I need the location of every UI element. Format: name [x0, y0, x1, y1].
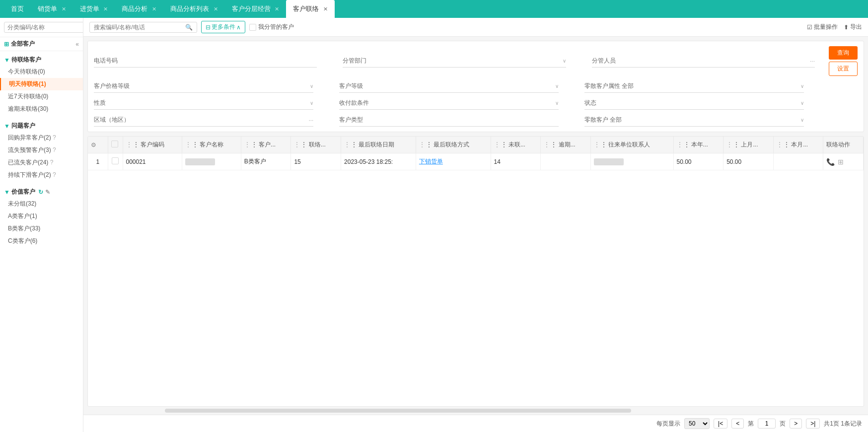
- value-edit-icon[interactable]: ✎: [45, 189, 50, 196]
- sidebar-item-ungrouped[interactable]: 未分组(32): [0, 198, 83, 210]
- reset-btn[interactable]: 设置: [829, 62, 858, 76]
- th-overdue[interactable]: ⋮ 逾期...: [541, 137, 591, 153]
- my-customer-check[interactable]: [249, 24, 256, 31]
- sidebar-item-declining[interactable]: 持续下滑客户(2) ?: [0, 169, 83, 181]
- nav-customer-tier-close[interactable]: ✕: [275, 6, 279, 12]
- filter-region-input[interactable]: [134, 117, 308, 124]
- filter-retail-arrow[interactable]: ∨: [800, 117, 804, 123]
- sidebar-item-today[interactable]: 今天待联络(0): [0, 66, 83, 78]
- filter-price-level-arrow[interactable]: ∨: [310, 83, 313, 89]
- filter-customer-type-input[interactable]: [373, 117, 559, 124]
- next-page-btn[interactable]: >: [790, 419, 802, 429]
- filter-payment-input[interactable]: [373, 100, 555, 107]
- nav-analysis-close[interactable]: ✕: [152, 6, 156, 12]
- horizontal-scrollbar[interactable]: [165, 409, 631, 413]
- th-uncontacted[interactable]: ⋮ 未联...: [491, 137, 541, 153]
- sidebar-item-class-a[interactable]: A类客户(1): [0, 210, 83, 222]
- sidebar-item-7days[interactable]: 近7天待联络(0): [0, 90, 83, 103]
- batch-op-btn[interactable]: ☑ 批量操作: [807, 23, 838, 31]
- filter-customer-level-input[interactable]: [373, 83, 555, 90]
- filter-phone-label: 电话号码: [94, 57, 124, 65]
- td-last-method[interactable]: 下销货单: [416, 153, 491, 170]
- filter-dept-input[interactable]: [376, 58, 562, 65]
- row-checkbox[interactable]: [112, 157, 119, 164]
- filter-row-1: 电话号码 分管部门 ∨ 分管人员 ··· 查询 设置: [94, 46, 858, 76]
- filter-status-input[interactable]: [618, 100, 800, 107]
- filter-customer-level-arrow[interactable]: ∨: [555, 83, 559, 89]
- group-problem-label: 问题客户: [11, 122, 35, 130]
- page-number-input[interactable]: [758, 419, 776, 429]
- header-checkbox[interactable]: [111, 141, 118, 147]
- sidebar-all-label: 全部客户: [11, 40, 35, 48]
- sidebar-group-pending-title[interactable]: ▼ 待联络客户: [0, 53, 83, 66]
- th-type[interactable]: ⋮ 客户...: [241, 137, 291, 153]
- action-phone-icon[interactable]: 📞: [826, 158, 835, 166]
- th-this-year[interactable]: ⋮ 本年...: [673, 137, 723, 153]
- sidebar-item-tomorrow[interactable]: 明天待联络(1): [0, 78, 83, 90]
- filter-region-dots[interactable]: ···: [308, 117, 313, 124]
- nav-customer-contact-close[interactable]: ✕: [323, 6, 328, 12]
- th-this-month[interactable]: ⋮ 本月...: [773, 137, 823, 153]
- filter-price-level-input[interactable]: [134, 83, 310, 90]
- filter-dept-arrow[interactable]: ∨: [563, 58, 566, 64]
- nav-sales-close[interactable]: ✕: [62, 6, 66, 12]
- nav-analysis-list-close[interactable]: ✕: [214, 6, 218, 12]
- nav-purchase[interactable]: 进货单 ✕: [73, 0, 115, 18]
- filter-retail-attr-arrow[interactable]: ∨: [800, 83, 804, 89]
- gear-icon[interactable]: ⚙: [91, 142, 96, 148]
- th-last-method[interactable]: ⋮ 最后联络方式: [416, 137, 491, 153]
- th-contact-count[interactable]: ⋮ 联络...: [291, 137, 341, 153]
- last-page-btn[interactable]: >|: [806, 419, 820, 429]
- sidebar-item-overdue[interactable]: 逾期未联络(30): [0, 103, 83, 115]
- nav-purchase-close[interactable]: ✕: [103, 6, 108, 12]
- th-code[interactable]: ⋮ 客户编码: [123, 137, 182, 153]
- sidebar-item-abnormal-repurchase[interactable]: 回购异常客户(2) ?: [0, 132, 83, 144]
- filter-nature-input[interactable]: [128, 100, 310, 107]
- filter-status-arrow[interactable]: ∨: [800, 100, 804, 106]
- sidebar-collapse-icon[interactable]: «: [75, 41, 79, 48]
- action-grid-icon[interactable]: ⊞: [838, 158, 844, 166]
- th-settings[interactable]: ⚙: [88, 137, 108, 153]
- sidebar-item-churn-warning[interactable]: 流失预警客户(3) ?: [0, 144, 83, 156]
- sidebar-item-class-b[interactable]: B类客户(33): [0, 222, 83, 235]
- contact-person-blurred: [594, 158, 624, 165]
- filter-payment-arrow[interactable]: ∨: [555, 100, 559, 106]
- filter-person-input[interactable]: [626, 58, 810, 65]
- filter-retail-input[interactable]: [626, 117, 800, 124]
- filter-person-dots[interactable]: ···: [810, 58, 815, 65]
- filter-phone-input[interactable]: [128, 58, 317, 65]
- filter-retail-attr-input[interactable]: [638, 83, 800, 90]
- sidebar-item-class-c[interactable]: C类客户(6): [0, 235, 83, 247]
- nav-customer-tier[interactable]: 客户分层经营 ✕: [225, 0, 287, 18]
- th-checkbox[interactable]: [108, 137, 123, 153]
- nav-home[interactable]: 首页: [4, 0, 31, 18]
- th-last-date[interactable]: ⋮ 最后联络日期: [341, 137, 416, 153]
- nav-analysis[interactable]: 商品分析 ✕: [115, 0, 163, 18]
- page-size-select[interactable]: 50 100 200: [684, 418, 710, 429]
- last-method-link[interactable]: 下销货单: [419, 158, 443, 165]
- my-customer-checkbox[interactable]: 我分管的客户: [249, 23, 294, 31]
- toolbar-right: ☑ 批量操作 ⬆ 导出: [807, 23, 862, 31]
- more-filter-btn[interactable]: ⊟ 更多条件 ∧: [201, 21, 245, 33]
- value-refresh-icon[interactable]: ↻: [38, 189, 43, 196]
- prev-page-btn[interactable]: <: [731, 419, 744, 429]
- sidebar-group-problem-title[interactable]: ▼ 问题客户: [0, 119, 83, 132]
- th-contact-person[interactable]: ⋮ 往来单位联系人: [590, 137, 673, 153]
- search-icon[interactable]: 🔍: [185, 24, 193, 31]
- filter-nature-arrow[interactable]: ∨: [310, 100, 313, 106]
- td-checkbox[interactable]: [108, 153, 123, 170]
- query-btn[interactable]: 查询: [829, 46, 858, 60]
- th-name[interactable]: ⋮ 客户名称: [182, 137, 241, 153]
- nav-customer-contact[interactable]: 客户联络 ✕: [286, 0, 335, 18]
- nav-sales[interactable]: 销货单 ✕: [31, 0, 73, 18]
- nav-analysis-list[interactable]: 商品分析列表 ✕: [163, 0, 225, 18]
- sidebar-group-value-title[interactable]: ▼ 价值客户 ↻ ✎: [0, 185, 83, 198]
- search-input[interactable]: [94, 24, 183, 31]
- td-code: 000021: [123, 153, 182, 170]
- sidebar-all-customers[interactable]: ⊞ 全部客户 «: [0, 37, 83, 51]
- sidebar-item-churned[interactable]: 已流失客户(24) ?: [0, 156, 83, 169]
- first-page-btn[interactable]: |<: [714, 419, 727, 429]
- export-btn[interactable]: ⬆ 导出: [844, 23, 862, 31]
- sidebar-search-input[interactable]: [4, 22, 83, 33]
- th-last-month[interactable]: ⋮ 上月...: [723, 137, 774, 153]
